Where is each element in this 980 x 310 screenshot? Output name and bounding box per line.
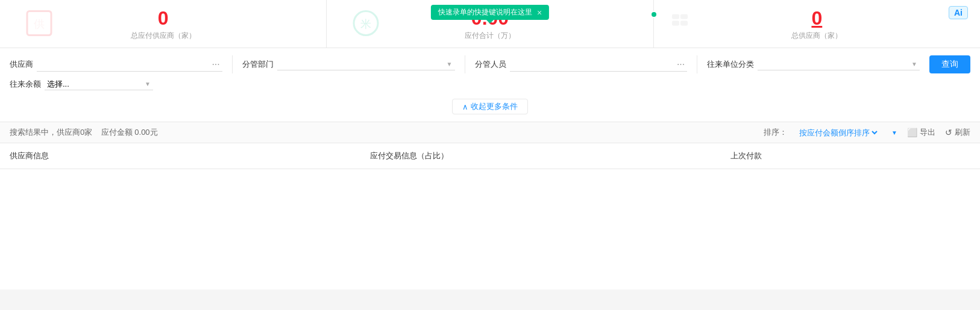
collapse-label: 收起更多条件 <box>471 101 518 112</box>
supplier-label: 供应商 <box>10 59 33 70</box>
payable-total-label: 应付合计（万） <box>465 31 515 41</box>
summary-item-payable-suppliers: 供 0 总应付供应商（家） <box>0 0 327 48</box>
result-actions: 排序： 按应付会额倒序排序 ▼ ⬜ 导出 ↺ 刷新 <box>764 127 970 138</box>
supplier-icon: 供 <box>24 8 54 40</box>
total-suppliers-label: 总供应商（家） <box>791 31 842 41</box>
export-icon: ⬜ <box>907 128 917 137</box>
filter-dept: 分管部门 ▼ <box>242 58 455 70</box>
payable-suppliers-number: 0 <box>158 7 169 29</box>
supplier-more-icon[interactable]: ··· <box>212 59 219 70</box>
balance-chevron-icon: ▼ <box>145 81 151 87</box>
category-chevron-icon: ▼ <box>911 61 917 67</box>
result-text: 搜索结果中，供应商0家 <box>10 128 92 137</box>
grid-icon <box>672 14 696 34</box>
collapse-row: ∧ 收起更多条件 <box>10 95 970 117</box>
svg-rect-7 <box>680 20 688 25</box>
filter-person: 分管人员 ··· <box>475 58 688 72</box>
supplier-input[interactable] <box>39 60 209 69</box>
export-button[interactable]: ⬜ 导出 <box>907 127 935 138</box>
svg-rect-4 <box>672 14 679 19</box>
result-bar: 搜索结果中，供应商0家 应付金额 0.00元 排序： 按应付会额倒序排序 ▼ ⬜… <box>0 122 980 143</box>
result-amount: 应付金额 0.00元 <box>101 128 158 137</box>
table-body <box>0 169 980 290</box>
dept-label: 分管部门 <box>242 59 274 70</box>
dept-select-wrap: ▼ <box>277 58 455 70</box>
table-col-last-payment: 上次付款 <box>730 150 971 161</box>
svg-rect-6 <box>672 20 679 25</box>
tooltip-close-icon[interactable]: × <box>537 8 542 17</box>
filter-supplier: 供应商 ··· <box>10 58 222 72</box>
ai-badge[interactable]: Ai <box>949 6 968 19</box>
svg-rect-5 <box>680 14 688 19</box>
query-button[interactable]: 查询 <box>929 55 970 73</box>
dept-chevron-icon: ▼ <box>447 61 453 67</box>
sort-select[interactable]: 按应付会额倒序排序 <box>797 128 879 138</box>
summary-item-payable-total: 米 快速录单的快捷键说明在这里 × 0.00 应付合计（万） <box>327 0 653 48</box>
payable-suppliers-label: 总应付供应商（家） <box>131 31 196 41</box>
category-select-wrap: ▼ <box>758 58 920 70</box>
filter-row-2: 往来余额 选择... ▼ <box>10 78 970 90</box>
total-suppliers-number: 0 <box>811 7 822 29</box>
balance-label: 往来余额 <box>10 79 41 90</box>
sort-label: 排序： <box>764 127 787 138</box>
summary-item-total-suppliers: Ai 0 总供应商（家） <box>654 0 980 48</box>
export-label: 导出 <box>920 127 935 138</box>
filter-bar: 供应商 ··· 分管部门 ▼ 分管人员 ··· <box>0 48 980 122</box>
filter-balance: 往来余额 选择... ▼ <box>10 78 178 90</box>
filter-category: 往来单位分类 ▼ <box>707 58 920 70</box>
dept-select[interactable] <box>280 60 444 69</box>
balance-select-wrap: 选择... ▼ <box>45 78 153 90</box>
coin-icon: 米 <box>351 8 381 40</box>
divider-3 <box>697 55 697 73</box>
supplier-input-wrap: ··· <box>37 58 222 72</box>
table-header: 供应商信息 应付交易信息（占比） 上次付款 <box>0 143 980 169</box>
balance-select[interactable]: 选择... <box>47 79 142 88</box>
refresh-icon: ↺ <box>945 128 952 137</box>
person-label: 分管人员 <box>475 59 506 70</box>
svg-text:供: 供 <box>34 17 45 29</box>
refresh-label: 刷新 <box>955 127 970 138</box>
svg-text:米: 米 <box>360 17 371 29</box>
person-more-icon[interactable]: ··· <box>677 59 685 70</box>
table-col-transaction-info: 应付交易信息（占比） <box>370 150 730 161</box>
sort-chevron-icon: ▼ <box>891 129 897 136</box>
divider-2 <box>465 55 465 73</box>
divider-1 <box>232 55 233 73</box>
refresh-button[interactable]: ↺ 刷新 <box>945 127 970 138</box>
filter-row-1: 供应商 ··· 分管部门 ▼ 分管人员 ··· <box>10 55 970 73</box>
collapse-up-icon: ∧ <box>462 102 468 111</box>
person-input[interactable] <box>512 60 674 69</box>
tooltip-banner: 快速录单的快捷键说明在这里 × <box>431 5 549 20</box>
category-label: 往来单位分类 <box>707 59 754 70</box>
table-col-supplier-info: 供应商信息 <box>10 150 370 161</box>
category-select[interactable] <box>760 60 909 69</box>
person-input-wrap: ··· <box>510 58 688 72</box>
tooltip-text: 快速录单的快捷键说明在这里 <box>438 7 532 17</box>
result-info: 搜索结果中，供应商0家 应付金额 0.00元 <box>10 127 158 138</box>
collapse-button[interactable]: ∧ 收起更多条件 <box>452 99 528 114</box>
tooltip-dot <box>650 11 658 18</box>
